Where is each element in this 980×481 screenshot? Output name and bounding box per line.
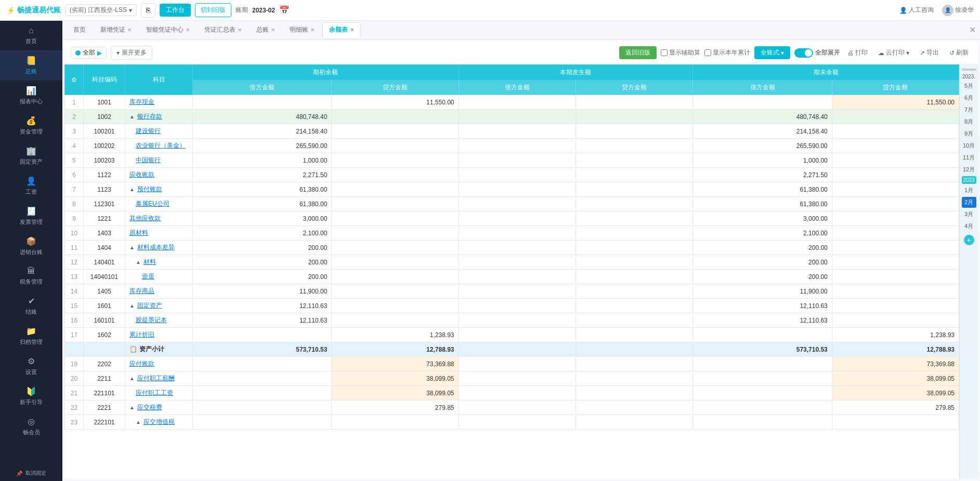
month-1[interactable]: 1月 bbox=[963, 185, 974, 196]
expand-icon[interactable]: ▲ bbox=[129, 186, 136, 192]
sidebar-item-home[interactable]: ⌂ 首页 bbox=[0, 21, 62, 50]
expand-icon[interactable]: ▲ bbox=[129, 245, 136, 250]
calendar-icon[interactable]: 📅 bbox=[279, 5, 290, 15]
expand-icon[interactable]: ▲ bbox=[129, 405, 136, 410]
tab-close-ledger[interactable]: ✕ bbox=[271, 27, 275, 33]
tab-close-balance[interactable]: ✕ bbox=[350, 27, 354, 33]
month-9[interactable]: 9月 bbox=[963, 128, 974, 139]
table-row-name[interactable]: 农业银行（美金） bbox=[125, 139, 193, 153]
sidebar-item-ledger[interactable]: 📒 总账 bbox=[0, 50, 62, 81]
show-ytd-checkbox[interactable]: 显示本年累计 bbox=[704, 48, 750, 57]
table-row-name[interactable]: 原材料 bbox=[125, 226, 193, 240]
tab-balance[interactable]: 余额表 ✕ bbox=[322, 22, 361, 38]
account-name-link[interactable]: 其他应收款 bbox=[129, 215, 161, 222]
tab-smart-voucher[interactable]: 智能凭证中心 ✕ bbox=[139, 22, 197, 38]
month-8[interactable]: 8月 bbox=[963, 116, 974, 127]
panel-collapse-btn[interactable] bbox=[962, 69, 976, 71]
table-row-name[interactable]: 壹蛋 bbox=[125, 270, 193, 284]
export-button[interactable]: ↗ 导出 bbox=[917, 47, 942, 58]
account-name-link[interactable]: 固定资产 bbox=[137, 302, 162, 309]
expand-icon[interactable]: ▲ bbox=[136, 419, 142, 425]
back-old-version-button[interactable]: 返回旧版 bbox=[619, 46, 657, 59]
table-row-name[interactable]: 应付账款 bbox=[125, 357, 193, 371]
account-name-link[interactable]: 银行存款 bbox=[137, 113, 162, 120]
gear-icon[interactable]: ⚙ bbox=[71, 76, 77, 84]
filter-group[interactable]: 全部 ▶ bbox=[71, 47, 107, 59]
sidebar-item-settle[interactable]: ✔ 结账 bbox=[0, 291, 62, 321]
account-name-link[interactable]: 应收账款 bbox=[129, 171, 154, 178]
table-row-name[interactable]: 胶提墨记本 bbox=[125, 313, 193, 328]
sidebar-item-salary[interactable]: 👤 工资 bbox=[0, 171, 62, 201]
sidebar-item-tax[interactable]: 🏛 税务管理 bbox=[0, 261, 62, 291]
table-row-name[interactable]: 建设银行 bbox=[125, 124, 193, 139]
sidebar-item-archive[interactable]: 📁 归档管理 bbox=[0, 321, 62, 351]
account-name-link[interactable]: 累计折旧 bbox=[129, 331, 154, 338]
account-name-link[interactable]: 材料 bbox=[143, 258, 156, 265]
close-all-tabs-button[interactable]: ✕ bbox=[969, 25, 976, 35]
workbench-button[interactable]: 工作台 bbox=[160, 4, 191, 17]
refresh-button[interactable]: ↺ 刷新 bbox=[946, 47, 972, 58]
expand-more-button[interactable]: ▾ 展开更多 bbox=[111, 46, 152, 60]
month-3[interactable]: 3月 bbox=[963, 209, 974, 220]
tab-home[interactable]: 首页 bbox=[67, 22, 93, 38]
table-row-name[interactable]: ▲ 固定资产 bbox=[125, 299, 193, 313]
table-row-name[interactable]: 其他应收款 bbox=[125, 211, 193, 226]
table-row-name[interactable]: 应付职工工资 bbox=[125, 386, 193, 400]
table-row-name[interactable]: ▲ 材料成本差异 bbox=[125, 240, 193, 255]
table-row-name[interactable]: 应收账款 bbox=[125, 168, 193, 182]
table-row-name[interactable]: 库存现金 bbox=[125, 95, 193, 110]
account-name-link[interactable]: 应付职工薪酬 bbox=[137, 375, 175, 382]
month-5[interactable]: 5月 bbox=[963, 81, 974, 91]
account-name-link[interactable]: 应付职工工资 bbox=[136, 389, 173, 396]
consult-button[interactable]: 👤 人工咨询 bbox=[899, 6, 934, 15]
account-name-link[interactable]: 应交增值税 bbox=[143, 418, 175, 425]
account-name-link[interactable]: 胶提墨记本 bbox=[136, 316, 167, 324]
cloud-print-button[interactable]: ☁ 云打印 ▾ bbox=[875, 47, 912, 58]
month-6[interactable]: 6月 bbox=[963, 92, 974, 103]
tab-voucher-summary[interactable]: 凭证汇总表 ✕ bbox=[198, 22, 249, 38]
expand-icon[interactable]: ▲ bbox=[129, 303, 136, 309]
month-7[interactable]: 7月 bbox=[963, 104, 974, 115]
table-row-name[interactable]: ▲ 材料 bbox=[125, 255, 193, 270]
table-row-name[interactable]: 中国银行 bbox=[125, 153, 193, 168]
account-name-link[interactable]: 农业银行（美金） bbox=[136, 142, 186, 149]
expand-icon[interactable]: ▲ bbox=[129, 376, 136, 381]
month-2-current[interactable]: 2月 bbox=[962, 197, 976, 208]
sidebar-item-asset[interactable]: 🏢 固定资产 bbox=[0, 141, 62, 171]
switch-version-button[interactable]: 切到旧版 bbox=[195, 3, 231, 17]
subsidiary-check[interactable] bbox=[661, 49, 668, 56]
tab-new-voucher[interactable]: 新增凭证 ✕ bbox=[94, 22, 138, 38]
tab-ledger[interactable]: 总账 ✕ bbox=[250, 22, 282, 38]
unpin-button[interactable]: 📌 取消固定 bbox=[0, 465, 62, 481]
sidebar-item-capital[interactable]: 💰 资金管理 bbox=[0, 111, 62, 141]
table-row-name[interactable]: 泰属EU公司 bbox=[125, 197, 193, 211]
tab-close-detail[interactable]: ✕ bbox=[310, 27, 315, 33]
th-settings[interactable]: ⚙ bbox=[65, 65, 84, 95]
tab-close-voucher-summary[interactable]: ✕ bbox=[238, 27, 242, 33]
account-name-link[interactable]: 材料成本差异 bbox=[137, 244, 175, 251]
expand-all-toggle-group[interactable]: 全部展开 bbox=[794, 48, 840, 58]
expand-icon[interactable]: ▲ bbox=[129, 114, 136, 119]
expand-icon[interactable]: ▲ bbox=[136, 259, 142, 265]
account-name-link[interactable]: 预付账款 bbox=[137, 185, 162, 193]
table-row-name[interactable]: ▲ 银行存款 bbox=[125, 110, 193, 124]
tab-close-smart-voucher[interactable]: ✕ bbox=[186, 27, 190, 33]
month-12[interactable]: 12月 bbox=[962, 164, 976, 175]
sidebar-item-purchase[interactable]: 📦 进销台账 bbox=[0, 231, 62, 261]
table-row-name[interactable]: 库存商品 bbox=[125, 284, 193, 299]
account-name-link[interactable]: 原材料 bbox=[129, 229, 148, 236]
add-period-button[interactable]: + bbox=[964, 235, 974, 245]
expand-all-toggle[interactable] bbox=[794, 48, 813, 58]
sidebar-item-report[interactable]: 📊 报表中心 bbox=[0, 81, 62, 111]
table-row-name[interactable]: ▲ 应交增值税 bbox=[125, 415, 193, 430]
account-name-link[interactable]: 库存现金 bbox=[129, 98, 154, 105]
table-row-name[interactable]: ▲ 预付账款 bbox=[125, 182, 193, 197]
sidebar-item-invoice[interactable]: 🧾 发票管理 bbox=[0, 201, 62, 231]
account-name-link[interactable]: 中国银行 bbox=[136, 156, 161, 164]
ytd-check[interactable] bbox=[704, 49, 711, 56]
month-10[interactable]: 10月 bbox=[962, 140, 976, 151]
account-name-link[interactable]: 库存商品 bbox=[129, 287, 154, 295]
full-mode-button[interactable]: 全账式 ▾ bbox=[754, 46, 790, 59]
account-name-link[interactable]: 壹蛋 bbox=[142, 273, 154, 280]
sidebar-item-settings[interactable]: ⚙ 设置 bbox=[0, 351, 62, 381]
